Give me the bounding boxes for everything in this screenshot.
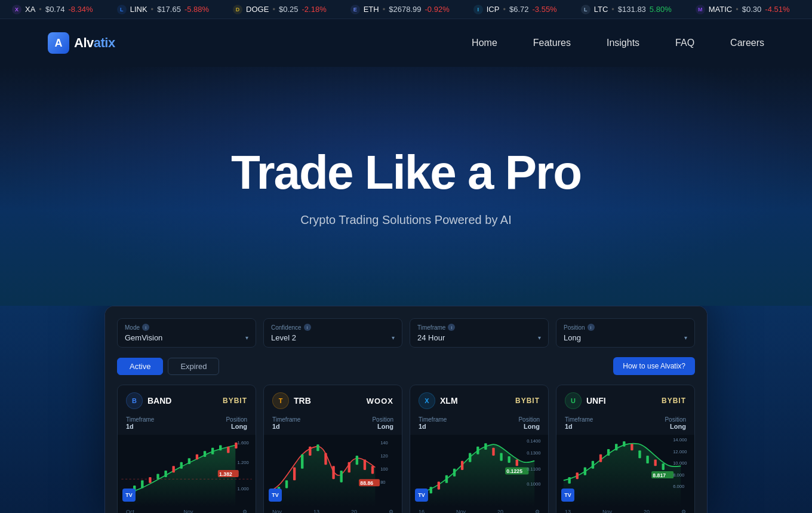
exchange-logo: BYBIT — [515, 397, 540, 405]
svg-rect-29 — [340, 471, 343, 483]
logo[interactable]: A Alvatix — [48, 32, 115, 54]
hero-title: Trade Like a Pro — [231, 146, 581, 199]
info-icon: i — [304, 324, 311, 331]
svg-text:88.86: 88.86 — [360, 480, 373, 486]
svg-rect-61 — [584, 468, 586, 475]
hero-subtitle: Crypto Trading Solutions Powered by AI — [300, 213, 512, 227]
nav-link-insights[interactable]: Insights — [607, 38, 639, 48]
svg-rect-46 — [469, 453, 471, 462]
svg-rect-70 — [654, 459, 657, 466]
filter-group-2[interactable]: Timeframe i 24 Hour ▾ — [410, 318, 549, 348]
filter-group-1[interactable]: Confidence i Level 2 ▾ — [263, 318, 402, 348]
nav-link-features[interactable]: Features — [533, 38, 571, 48]
svg-rect-22 — [285, 480, 288, 488]
filter-label: Confidence i — [271, 324, 395, 331]
filter-group-3[interactable]: Position i Long ▾ — [556, 318, 695, 348]
ticker-bar: X XA • $0.74 -8.34% L LINK • $17.65 -5.8… — [0, 0, 812, 19]
svg-text:0.1100: 0.1100 — [527, 466, 540, 472]
chart-date: Nov — [184, 509, 193, 513]
svg-rect-49 — [492, 448, 494, 456]
tab-expired[interactable]: Expired — [168, 358, 219, 375]
chart-settings-icon[interactable]: ⚙ — [242, 509, 247, 513]
chart-date: 20 — [351, 509, 357, 513]
card-header: U UNFI BYBIT — [556, 385, 694, 414]
dashboard-preview: Mode i GemVision ▾ Confidence i Level 2 … — [0, 306, 812, 513]
svg-rect-33 — [371, 466, 374, 474]
card-chart: 0.1225 0.1400 0.1300 0.1100 0.1000 TV — [410, 435, 548, 506]
chart-area: 8.817 14.000 12.000 10.000 8.000 6.000 T… — [556, 435, 694, 506]
tabs-row: ActiveExpired How to use Alvatix? — [117, 357, 695, 375]
ticker-item: X XA • $0.74 -8.34% — [0, 5, 105, 14]
coin-name: UNFI — [586, 396, 606, 406]
timeframe-value: 1d — [126, 423, 154, 430]
card-chart: 88.86 140 120 100 80 TV — [264, 435, 402, 506]
svg-rect-12 — [219, 445, 222, 450]
signal-card: U UNFI BYBIT Timeframe 1d Position Long — [556, 385, 695, 513]
filter-row: Mode i GemVision ▾ Confidence i Level 2 … — [117, 318, 695, 348]
svg-text:1.600: 1.600 — [238, 440, 249, 446]
svg-rect-47 — [476, 447, 479, 454]
svg-rect-50 — [500, 453, 502, 461]
timeframe-label: Timeframe — [419, 416, 447, 423]
chart-date: 13 — [565, 509, 571, 513]
coin-name: XLM — [440, 396, 458, 406]
nav-link-faq[interactable]: FAQ — [675, 38, 694, 48]
svg-rect-8 — [188, 458, 190, 464]
chart-date: Nov — [456, 509, 466, 513]
chart-settings-icon[interactable]: ⚙ — [389, 509, 393, 513]
ticker-item: E ETH • $2678.99 -0.92% — [339, 5, 462, 14]
svg-rect-31 — [356, 456, 358, 465]
position-label: Position — [226, 416, 247, 423]
svg-rect-69 — [646, 456, 648, 463]
coin-name: TRB — [294, 396, 311, 406]
svg-rect-45 — [461, 461, 463, 470]
how-to-button[interactable]: How to use Alvatix? — [613, 357, 695, 375]
filter-value: Level 2 ▾ — [271, 333, 395, 342]
chart-settings-icon[interactable]: ⚙ — [535, 509, 540, 513]
ticker-item: I ICP • $6.72 -3.55% — [462, 5, 569, 14]
coin-badge: T — [272, 392, 289, 409]
ticker-item: L LTC • $131.83 5.80% — [569, 5, 684, 14]
info-icon: i — [588, 324, 595, 331]
svg-rect-41 — [430, 487, 432, 493]
svg-text:1.382: 1.382 — [219, 471, 232, 477]
svg-rect-71 — [662, 463, 665, 470]
filter-value: Long ▾ — [564, 333, 687, 342]
card-meta: Timeframe 1d Position Long — [118, 414, 256, 435]
tradingview-logo: TV — [269, 489, 282, 502]
exchange-logo: WOOX — [367, 397, 393, 406]
signal-card: B BAND BYBIT Timeframe 1d Position Long — [117, 385, 256, 513]
nav-link-home[interactable]: Home — [472, 38, 497, 48]
ticker-item: N NEAR • $3.11 -5.00% — [802, 5, 812, 14]
svg-rect-63 — [599, 454, 602, 462]
tab-active[interactable]: Active — [117, 358, 163, 375]
chart-date: 20 — [497, 509, 503, 513]
svg-rect-23 — [293, 468, 296, 481]
nav-links: HomeFeaturesInsightsFAQCareers — [472, 38, 764, 48]
svg-text:0.1225: 0.1225 — [506, 468, 522, 474]
card-chart: 8.817 14.000 12.000 10.000 8.000 6.000 T… — [556, 435, 694, 506]
coin-name: BAND — [147, 396, 171, 406]
svg-text:8.000: 8.000 — [673, 472, 684, 478]
coin-badge: X — [419, 392, 435, 409]
ticker-track: X XA • $0.74 -8.34% L LINK • $17.65 -5.8… — [0, 5, 812, 14]
exchange-logo: BYBIT — [662, 397, 686, 405]
svg-rect-2 — [141, 480, 143, 488]
svg-rect-4 — [156, 474, 159, 479]
svg-rect-48 — [484, 443, 487, 450]
card-meta: Timeframe 1d Position Long — [410, 414, 548, 435]
chart-settings-icon[interactable]: ⚙ — [681, 509, 686, 513]
svg-text:0.1400: 0.1400 — [527, 438, 540, 444]
ticker-item: L LINK • $17.65 -5.88% — [105, 5, 221, 14]
svg-rect-11 — [211, 448, 214, 454]
svg-rect-30 — [348, 462, 350, 472]
filter-value: 24 Hour ▾ — [417, 333, 541, 342]
svg-rect-66 — [623, 441, 625, 447]
tradingview-logo: TV — [561, 489, 574, 502]
filter-group-0[interactable]: Mode i GemVision ▾ — [117, 318, 256, 348]
chart-footer: OctNov ⚙ — [118, 506, 256, 513]
svg-rect-6 — [173, 466, 175, 472]
nav-link-careers[interactable]: Careers — [730, 38, 764, 48]
svg-rect-26 — [316, 444, 319, 451]
card-meta: Timeframe 1d Position Long — [556, 414, 694, 435]
